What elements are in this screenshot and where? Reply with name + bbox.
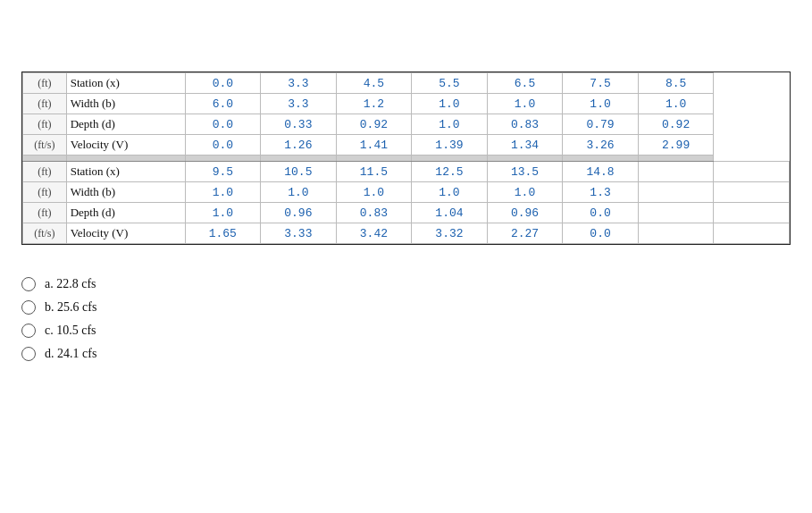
table-cell: 1.39	[412, 135, 488, 156]
unit-label: (ft)	[38, 77, 51, 89]
radio-c[interactable]	[21, 324, 36, 338]
table-cell: 5.5	[412, 73, 488, 94]
table-cell: 3.3	[261, 94, 337, 114]
table-cell: 0.0	[185, 135, 261, 156]
table-cell	[714, 182, 790, 203]
table-cell: 3.3	[261, 73, 337, 94]
unit-label: (ft/s)	[34, 139, 54, 151]
table-cell: 0.33	[261, 114, 337, 135]
table-cell: 0.92	[336, 114, 412, 135]
table-cell: 1.0	[638, 94, 714, 114]
radio-a[interactable]	[21, 277, 36, 291]
table-cell: 1.41	[336, 135, 412, 156]
table-cell	[714, 223, 790, 244]
table-cell: 0.0	[185, 114, 261, 135]
table-cell	[714, 162, 790, 182]
row-label: Width (b)	[66, 182, 185, 203]
option-text-b: b. 25.6 cfs	[45, 300, 96, 315]
table-cell: 3.32	[412, 223, 488, 244]
table-cell	[714, 203, 790, 223]
option-c[interactable]: c. 10.5 cfs	[21, 324, 791, 338]
table-cell: 1.0	[261, 182, 337, 203]
table-cell: 1.0	[487, 182, 563, 203]
table-cell: 6.0	[185, 94, 261, 114]
table-cell: 14.8	[563, 162, 639, 182]
row-label: Station (x)	[66, 162, 185, 182]
option-text-a: a. 22.8 cfs	[45, 277, 96, 291]
table-cell: 1.0	[185, 182, 261, 203]
table-cell: 1.26	[261, 135, 337, 156]
table-cell: 1.0	[412, 94, 488, 114]
table-cell: 9.5	[185, 162, 261, 182]
table-cell: 7.5	[563, 73, 639, 94]
data-table: (ft)Station (x)0.03.34.55.56.57.58.5(ft)…	[21, 71, 791, 245]
table-cell: 4.5	[336, 73, 412, 94]
table-cell	[638, 223, 714, 244]
table-cell	[638, 162, 714, 182]
table-cell: 0.0	[185, 73, 261, 94]
table-cell: 0.79	[563, 114, 639, 135]
table-cell: 6.5	[487, 73, 563, 94]
table-cell: 1.2	[336, 94, 412, 114]
option-d[interactable]: d. 24.1 cfs	[21, 347, 791, 361]
table-cell: 2.27	[487, 223, 563, 244]
table-cell: 0.96	[487, 203, 563, 223]
table-cell	[638, 203, 714, 223]
row-label: Depth (d)	[66, 114, 185, 135]
table-cell: 1.0	[412, 182, 488, 203]
select-section: a. 22.8 cfsb. 25.6 cfsc. 10.5 cfsd. 24.1…	[21, 277, 791, 361]
unit-label: (ft)	[38, 206, 51, 219]
radio-d[interactable]	[21, 347, 36, 361]
table-cell: 1.3	[563, 182, 639, 203]
row-label: Station (x)	[66, 73, 185, 94]
unit-label: (ft)	[38, 186, 51, 198]
table-cell: 0.0	[563, 203, 639, 223]
row-label: Depth (d)	[66, 203, 185, 223]
table-cell: 0.0	[563, 223, 639, 244]
table-cell: 1.0	[412, 114, 488, 135]
table-cell: 1.34	[487, 135, 563, 156]
table-cell: 1.0	[185, 203, 261, 223]
table-cell: 3.42	[336, 223, 412, 244]
table-cell: 0.96	[261, 203, 337, 223]
intro-paragraph	[21, 18, 790, 55]
table-cell: 0.83	[487, 114, 563, 135]
table-cell: 12.5	[412, 162, 488, 182]
table-cell: 0.92	[638, 114, 714, 135]
table-cell: 8.5	[638, 73, 714, 94]
table-cell: 10.5	[261, 162, 337, 182]
table-cell: 1.04	[412, 203, 488, 223]
table-cell: 1.0	[487, 94, 563, 114]
table-cell: 3.33	[261, 223, 337, 244]
unit-label: (ft)	[38, 97, 51, 110]
option-text-c: c. 10.5 cfs	[45, 324, 96, 338]
option-b[interactable]: b. 25.6 cfs	[21, 300, 791, 315]
table-cell: 11.5	[336, 162, 412, 182]
table-cell: 0.83	[336, 203, 412, 223]
unit-label: (ft)	[38, 165, 51, 178]
table-cell: 1.0	[563, 94, 639, 114]
table-cell: 13.5	[487, 162, 563, 182]
table-cell: 2.99	[638, 135, 714, 156]
radio-b[interactable]	[21, 300, 36, 315]
row-label: Velocity (V)	[66, 135, 185, 156]
option-text-d: d. 24.1 cfs	[45, 347, 96, 361]
unit-label: (ft)	[38, 118, 51, 130]
row-label: Width (b)	[66, 94, 185, 114]
option-a[interactable]: a. 22.8 cfs	[21, 277, 791, 291]
table-cell: 1.65	[185, 223, 261, 244]
table-cell	[638, 182, 714, 203]
table-cell: 3.26	[563, 135, 639, 156]
table-cell: 1.0	[336, 182, 412, 203]
unit-label: (ft/s)	[34, 227, 54, 240]
row-label: Velocity (V)	[66, 223, 185, 244]
